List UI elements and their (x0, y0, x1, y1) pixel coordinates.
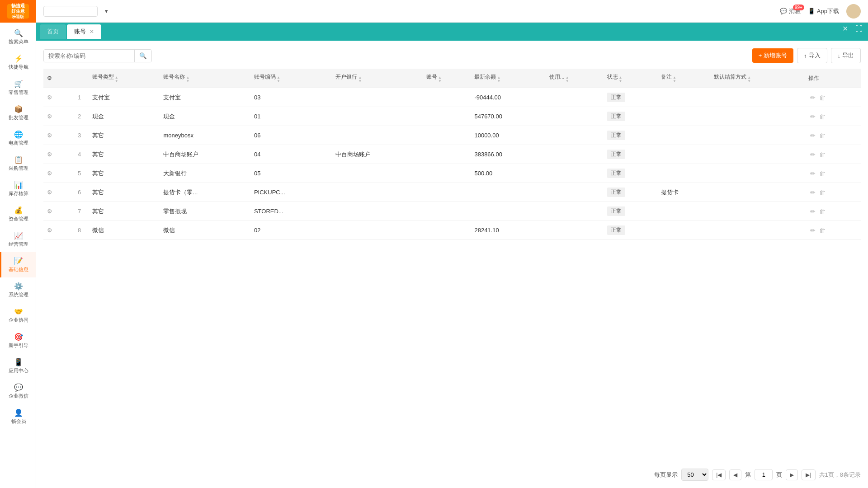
retail-mgmt-label: 零售管理 (9, 89, 28, 96)
cell-gear: ⚙ (43, 88, 71, 107)
row-gear-icon[interactable]: ⚙ (47, 151, 52, 158)
row-gear-icon[interactable]: ⚙ (47, 227, 52, 234)
cell-action[interactable]: ✏🗑 (805, 88, 861, 107)
row-gear-icon[interactable]: ⚙ (47, 189, 52, 196)
type-sort-icons: ▲▼ (115, 76, 118, 83)
cell-code: STORED... (250, 202, 332, 221)
edit-button[interactable]: ✏ (808, 131, 817, 140)
search-button[interactable]: 🔍 (134, 50, 151, 62)
new-account-button[interactable]: + 新增账号 (752, 48, 793, 63)
row-gear-icon[interactable]: ⚙ (47, 132, 52, 139)
col-bank[interactable]: 开户银行▲▼ (332, 69, 423, 88)
first-page-button[interactable]: |◀ (712, 469, 726, 480)
edit-button[interactable]: ✏ (808, 93, 817, 102)
last-page-button[interactable]: ▶| (802, 469, 815, 480)
cell-usage (546, 221, 604, 240)
sidebar-item-corp-agreement[interactable]: 🤝企业协同 (0, 303, 36, 328)
topbar-dropdown[interactable]: ▾ (105, 8, 108, 14)
main-content: ▾ 💬 消息 99+ 📱 App下载 ✕ ⛶ 首页账号✕ (36, 0, 868, 488)
sidebar-item-new-guide[interactable]: 🎯新手引导 (0, 328, 36, 353)
import-button[interactable]: ↑ 导入 (797, 48, 827, 63)
cell-action[interactable]: ✏🗑 (805, 145, 861, 164)
cell-action[interactable]: ✏🗑 (805, 126, 861, 145)
tab-accounts[interactable]: 账号✕ (67, 24, 101, 39)
delete-button[interactable]: 🗑 (817, 150, 827, 159)
export-button[interactable]: ↓ 导出 (831, 48, 861, 63)
cell-action[interactable]: ✏🗑 (805, 164, 861, 183)
avatar[interactable] (846, 4, 861, 19)
sidebar-item-ecommerce-mgmt[interactable]: 🌐电商管理 (0, 126, 36, 151)
edit-button[interactable]: ✏ (808, 207, 817, 216)
sidebar-item-wholesale-mgmt[interactable]: 📦批发管理 (0, 100, 36, 126)
col-action: 操作 (805, 69, 861, 88)
tab-home[interactable]: 首页 (40, 24, 66, 39)
corp-agreement-label: 企业协同 (9, 317, 28, 324)
delete-button[interactable]: 🗑 (817, 93, 827, 102)
table-row: ⚙1支付宝支付宝03-90444.00正常✏🗑 (43, 88, 861, 107)
row-gear-icon[interactable]: ⚙ (47, 208, 52, 215)
col-default_payment[interactable]: 默认结算方式▲▼ (710, 69, 805, 88)
sidebar-item-app-center[interactable]: 📱应用中心 (0, 353, 36, 379)
per-page-select[interactable]: 50 100 200 (681, 469, 708, 481)
cell-index: 5 (71, 164, 89, 183)
col-balance[interactable]: 最新余额▲▼ (471, 69, 545, 88)
sidebar-item-ops-mgmt[interactable]: 📈经营管理 (0, 227, 36, 252)
sidebar-item-capital-mgmt[interactable]: 💰资金管理 (0, 202, 36, 227)
row-gear-icon[interactable]: ⚙ (47, 94, 52, 101)
sidebar-item-basic-info[interactable]: 📝基础信息 (0, 252, 36, 277)
page-input[interactable] (755, 469, 773, 480)
sidebar-item-purchase-mgmt[interactable]: 📋采购管理 (0, 151, 36, 176)
delete-button[interactable]: 🗑 (817, 112, 827, 121)
next-page-button[interactable]: ▶ (786, 469, 798, 480)
cell-action[interactable]: ✏🗑 (805, 183, 861, 202)
sidebar-item-system-mgmt[interactable]: ⚙️系统管理 (0, 277, 36, 303)
prev-page-button[interactable]: ◀ (729, 469, 741, 480)
topbar-download[interactable]: 📱 App下载 (808, 7, 839, 15)
status-badge: 正常 (607, 188, 625, 197)
col-code[interactable]: 账号编码▲▼ (250, 69, 332, 88)
row-gear-icon[interactable]: ⚙ (47, 113, 52, 120)
edit-button[interactable]: ✏ (808, 150, 817, 159)
cell-bank (332, 126, 423, 145)
cell-usage (546, 107, 604, 126)
fullscreen-button[interactable]: ⛶ (854, 23, 864, 35)
topbar-search (43, 6, 98, 17)
sidebar-item-retail-mgmt[interactable]: 🛒零售管理 (0, 75, 36, 100)
col-remark[interactable]: 备注▲▼ (657, 69, 710, 88)
topbar-msg[interactable]: 💬 消息 99+ (780, 7, 801, 15)
cell-action[interactable]: ✏🗑 (805, 107, 861, 126)
col-usage[interactable]: 使用...▲▼ (546, 69, 604, 88)
member-icon: 👤 (14, 408, 23, 417)
cell-remark: 提货卡 (657, 183, 710, 202)
sidebar-item-corp-wechat[interactable]: 💬企业微信 (0, 379, 36, 404)
table-row: ⚙6其它提货卡（零...PICKUPC...正常提货卡✏🗑 (43, 183, 861, 202)
edit-button[interactable]: ✏ (808, 112, 817, 121)
search-input[interactable] (44, 50, 134, 62)
sidebar-item-quick-nav[interactable]: ⚡快捷导航 (0, 50, 36, 75)
cell-action[interactable]: ✏🗑 (805, 221, 861, 240)
delete-button[interactable]: 🗑 (817, 131, 827, 140)
cell-index: 3 (71, 126, 89, 145)
col-account[interactable]: 账号▲▼ (423, 69, 471, 88)
col-name[interactable]: 账号名称▲▼ (160, 69, 250, 88)
edit-button[interactable]: ✏ (808, 169, 817, 178)
close-tab-button[interactable]: ✕ (840, 23, 850, 35)
edit-button[interactable]: ✏ (808, 188, 817, 197)
cell-code: 01 (250, 107, 332, 126)
sidebar-item-search-menu[interactable]: 🔍搜索菜单 (0, 24, 36, 50)
cell-action[interactable]: ✏🗑 (805, 202, 861, 221)
app-center-icon: 📱 (14, 358, 23, 366)
col-status[interactable]: 状态▲▼ (604, 69, 657, 88)
delete-button[interactable]: 🗑 (817, 169, 827, 178)
sidebar-item-inventory[interactable]: 📊库存核算 (0, 176, 36, 202)
delete-button[interactable]: 🗑 (817, 188, 827, 197)
delete-button[interactable]: 🗑 (817, 207, 827, 216)
sidebar-item-member[interactable]: 👤畅会员 (0, 404, 36, 429)
topbar-search-input[interactable] (43, 6, 98, 17)
row-gear-icon[interactable]: ⚙ (47, 170, 52, 177)
tab-close-accounts[interactable]: ✕ (90, 28, 94, 35)
delete-button[interactable]: 🗑 (817, 226, 827, 235)
table-row: ⚙5其它大新银行05500.00正常✏🗑 (43, 164, 861, 183)
edit-button[interactable]: ✏ (808, 226, 817, 235)
col-type[interactable]: 账号类型▲▼ (89, 69, 160, 88)
